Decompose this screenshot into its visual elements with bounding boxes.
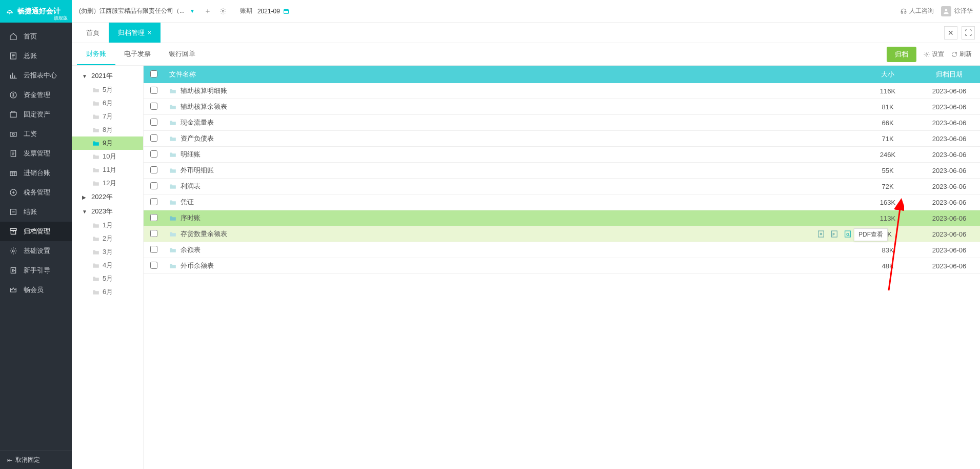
row-actions: PDF查看 [817,230,852,238]
nav-item-tax[interactable]: 税务管理 [0,183,72,202]
close-icon[interactable]: × [148,29,151,36]
row-checkbox[interactable] [150,134,157,142]
nav-item-label: 云报表中心 [24,71,57,80]
row-date: 2023-06-06 [918,194,980,210]
tree-year[interactable]: ▼2021年 [72,69,143,83]
nav-item-archive[interactable]: 归档管理 [0,222,72,241]
tree-month[interactable]: 8月 [72,123,143,136]
row-checkbox-cell [144,163,164,179]
pdf-view-icon[interactable] [844,230,852,238]
table-row[interactable]: 辅助核算明细账 116K 2023-06-06 [144,83,980,99]
page-tabs: 首页归档管理× ✕ ⛶ [72,23,980,43]
row-checkbox[interactable] [150,182,157,189]
refresh-icon [951,51,957,57]
table-row[interactable]: 余额表 83K 2023-06-06 [144,242,980,258]
file-table-wrap: 文件名称 大小 归档日期 辅助核算明细账 116K 2023-06-06 辅助核… [144,66,980,469]
tree-month[interactable]: 12月 [72,177,143,190]
table-row[interactable]: 序时账 113K 2023-06-06 [144,210,980,226]
tab-0[interactable]: 首页 [77,23,109,43]
tree-month[interactable]: 11月 [72,163,143,177]
nav-item-close[interactable]: 结账 [0,202,72,222]
table-row[interactable]: 存货数量余额表 PDF查看 2K 2023-06-06 [144,226,980,242]
row-checkbox[interactable] [150,262,157,269]
table-row[interactable]: 利润表 72K 2023-06-06 [144,179,980,194]
row-date: 2023-06-06 [918,210,980,226]
select-all-checkbox[interactable] [150,70,157,77]
row-checkbox[interactable] [150,246,157,253]
tree-month-label: 10月 [103,152,116,161]
file-table: 文件名称 大小 归档日期 辅助核算明细账 116K 2023-06-06 辅助核… [144,66,980,274]
tree-month[interactable]: 5月 [72,272,143,285]
nav-item-invoice[interactable]: 发票管理 [0,144,72,163]
row-checkbox[interactable] [150,166,157,173]
tree-month[interactable]: 3月 [72,245,143,259]
consult-button[interactable]: 人工咨询 [900,7,934,15]
settings-button[interactable]: 设置 [924,50,944,58]
tree-month[interactable]: 5月 [72,83,143,96]
user-menu[interactable]: 徐泽华 [941,6,973,16]
nav-item-asset[interactable]: 固定资产 [0,105,72,124]
table-row[interactable]: 辅助核算余额表 81K 2023-06-06 [144,99,980,115]
pdf-download-icon[interactable] [830,230,838,238]
nav-item-guide[interactable]: 新手引导 [0,261,72,280]
fullscreen-button[interactable]: ⛶ [962,26,975,40]
row-checkbox[interactable] [150,198,157,205]
tab-1[interactable]: 归档管理× [109,23,161,43]
row-checkbox[interactable] [150,103,157,110]
tree-month[interactable]: 2月 [72,232,143,245]
nav-item-chart[interactable]: 云报表中心 [0,66,72,85]
tree-month[interactable]: 4月 [72,259,143,272]
tree-month[interactable]: 9月 [72,136,143,150]
table-row[interactable]: 外币余额表 48K 2023-06-06 [144,258,980,274]
excel-download-icon[interactable] [817,230,825,238]
row-checkbox[interactable] [150,230,157,237]
svg-point-4 [12,133,14,135]
table-row[interactable]: 现金流量表 66K 2023-06-06 [144,115,980,131]
tree-month[interactable]: 6月 [72,96,143,110]
company-settings-icon[interactable] [219,8,227,15]
table-row[interactable]: 资产负债表 71K 2023-06-06 [144,131,980,147]
nav-item-settings[interactable]: 基础设置 [0,241,72,261]
row-checkbox-cell [144,210,164,226]
gear-icon [924,51,930,57]
tree-year[interactable]: ▶2022年 [72,190,143,204]
nav-item-money[interactable]: 资金管理 [0,85,72,105]
tree-month[interactable]: 10月 [72,150,143,163]
period-value[interactable]: 2021-09 [257,8,280,15]
archive-button[interactable]: 归档 [887,47,916,62]
subtab-0[interactable]: 财务账 [77,43,115,65]
nav-item-salary[interactable]: 工资 [0,124,72,144]
row-size: 113K [857,210,918,226]
row-checkbox[interactable] [150,119,157,126]
close-all-tabs-button[interactable]: ✕ [944,26,957,40]
nav-item-vip[interactable]: 畅会员 [0,280,72,300]
subtab-2[interactable]: 银行回单 [159,43,205,65]
add-company-icon[interactable]: ＋ [204,7,211,16]
tree-month[interactable]: 6月 [72,285,143,299]
vip-icon [9,286,17,294]
nav-item-home[interactable]: 首页 [0,27,72,46]
table-row[interactable]: 明细账 246K 2023-06-06 [144,147,980,163]
company-selector[interactable]: (勿删）江西服宝精品有限责任公司（... [79,7,185,15]
tree-month-label: 7月 [103,112,113,121]
row-checkbox[interactable] [150,150,157,158]
tree-month[interactable]: 1月 [72,219,143,232]
row-date: 2023-06-06 [918,258,980,274]
calendar-icon[interactable] [283,8,289,14]
row-name: 利润表 [181,182,201,191]
refresh-button[interactable]: 刷新 [951,50,972,58]
nav-item-ledger[interactable]: 总账 [0,46,72,66]
nav-item-stock[interactable]: 进销台账 [0,163,72,183]
ledger-icon [9,52,17,60]
row-checkbox[interactable] [150,214,157,221]
subtab-1[interactable]: 电子发票 [115,43,160,65]
row-checkbox[interactable] [150,87,157,94]
main: (勿删）江西服宝精品有限责任公司（... ▼ ＋ 账期 2021-09 人工咨询 [72,0,980,469]
tree-month[interactable]: 7月 [72,110,143,123]
tree-year[interactable]: ▼2023年 [72,204,143,219]
sidebar-unpin[interactable]: ⇤ 取消固定 [0,451,72,469]
table-row[interactable]: 外币明细账 55K 2023-06-06 [144,163,980,179]
caret-icon: ▼ [82,73,88,79]
chevron-down-icon[interactable]: ▼ [190,8,195,14]
table-row[interactable]: 凭证 163K 2023-06-06 [144,194,980,210]
